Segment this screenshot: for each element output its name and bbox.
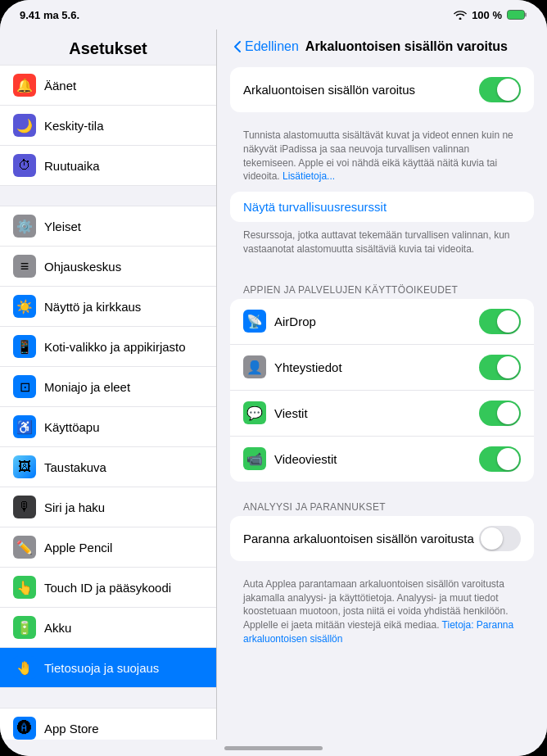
- sidebar-item-label: Tietosuoja ja suojaus: [44, 661, 159, 675]
- battery-text: 100 %: [472, 9, 502, 21]
- sidebar-item-aanet[interactable]: 🔔 Äänet: [0, 65, 216, 106]
- main-toggle-label: Arkaluontoisen sisällön varoitus: [243, 83, 479, 97]
- sidebar-item-label: Siri ja haku: [44, 500, 105, 514]
- videoviestit-row[interactable]: 📹 Videoviestit: [230, 437, 534, 482]
- appstore-icon: 🅐: [13, 717, 36, 740]
- sidebar-item-label: Ohjauskeskus: [44, 260, 121, 274]
- moniajo-icon: ⊡: [13, 375, 36, 398]
- wifi-icon: [454, 10, 467, 20]
- sidebar-item-keskity[interactable]: 🌙 Keskity-tila: [0, 106, 216, 146]
- keskity-icon: 🌙: [13, 114, 36, 137]
- main-toggle[interactable]: [479, 77, 521, 102]
- yhteystiedot-row[interactable]: 👤 Yhteystiedot: [230, 345, 534, 391]
- airdrop-toggle[interactable]: [479, 309, 521, 334]
- sidebar-item-pencil[interactable]: ✏️ Apple Pencil: [0, 527, 216, 568]
- sidebar-item-koti[interactable]: 📱 Koti-valikko ja appikirjasto: [0, 327, 216, 367]
- sidebar-title: Asetukset: [0, 29, 216, 65]
- sidebar-item-label: Keskity-tila: [44, 119, 104, 133]
- sidebar-item-tietosuoja[interactable]: 🤚 Tietosuoja ja suojaus: [0, 648, 216, 688]
- safety-description: Resurssoja, jotka auttavat tekemään turv…: [230, 225, 534, 265]
- touchid-icon: 👆: [13, 576, 36, 599]
- sidebar-item-label: Akku: [44, 621, 71, 635]
- svg-rect-1: [508, 11, 524, 19]
- sidebar-item-label: Moniajo ja eleet: [44, 380, 130, 394]
- status-bar: 9.41 ma 5.6. 100 %: [0, 0, 547, 29]
- toggle-knob: [497, 448, 519, 470]
- sidebar-group-1: 🔔 Äänet 🌙 Keskity-tila ⏱ Ruutuaika: [0, 65, 216, 186]
- sidebar-item-ohjauskeskus[interactable]: ≡ Ohjauskeskus: [0, 247, 216, 287]
- right-header: Edellinen Arkaluontoisen sisällön varoit…: [217, 29, 547, 61]
- pencil-icon: ✏️: [13, 536, 36, 559]
- toggle-knob: [497, 402, 519, 424]
- home-indicator: [0, 740, 547, 756]
- airdrop-label: AirDrop: [274, 315, 316, 328]
- sidebar-item-yleiset[interactable]: ⚙️ Yleiset: [0, 206, 216, 247]
- analysis-toggle-label: Paranna arkaluontoisen sisällön varoitus…: [243, 532, 479, 545]
- sidebar-item-moniajo[interactable]: ⊡ Moniajo ja eleet: [0, 367, 216, 407]
- yhteystiedot-label: Yhteystiedot: [274, 360, 342, 374]
- sidebar-item-siri[interactable]: 🎙 Siri ja haku: [0, 487, 216, 527]
- home-bar: [224, 746, 323, 750]
- sidebar-item-touchid[interactable]: 👆 Touch ID ja pääsykoodi: [0, 568, 216, 608]
- analysis-toggle-row[interactable]: Paranna arkaluontoisen sisällön varoitus…: [230, 516, 534, 561]
- viestit-label: Viestit: [274, 406, 308, 420]
- sidebar-item-label: App Store: [44, 722, 99, 736]
- sidebar-item-label: Koti-valikko ja appikirjasto: [44, 340, 186, 354]
- sidebar-item-label: Käyttöapu: [44, 420, 100, 434]
- toggle-knob: [481, 527, 503, 550]
- analysis-description: Auta Applea parantamaan arkaluontoisen s…: [230, 574, 534, 654]
- aanet-icon: 🔔: [13, 74, 36, 97]
- right-panel: Edellinen Arkaluontoisen sisällön varoit…: [217, 29, 547, 740]
- sidebar-item-label: Näyttö ja kirkkaus: [44, 300, 141, 314]
- sidebar: Asetukset 🔔 Äänet 🌙 Keskity-tila ⏱ Ruutu…: [0, 29, 217, 740]
- toggle-knob: [497, 79, 519, 101]
- safety-resources-link[interactable]: Näytä turvallisuusresurssit: [230, 192, 534, 222]
- viestit-row[interactable]: 💬 Viestit: [230, 391, 534, 437]
- sidebar-item-label: Yleiset: [44, 220, 81, 233]
- sidebar-item-label: Apple Pencil: [44, 541, 112, 555]
- status-right: 100 %: [454, 9, 527, 21]
- ohjauskeskus-icon: ≡: [13, 255, 36, 278]
- main-description: Tunnista alastomuutta sisältävät kuvat j…: [230, 125, 534, 192]
- kayttoapu-icon: ♿: [13, 415, 36, 438]
- apps-toggles-group: 📡 AirDrop 👤 Yhteystiedot: [230, 299, 534, 482]
- analysis-toggle[interactable]: [479, 526, 521, 551]
- ruutuaika-icon: ⏱: [13, 154, 36, 177]
- apps-section-header: APPIEN JA PALVELUJEN KÄYTTÖOIKEUDET: [230, 278, 534, 299]
- videoviestit-icon: 📹: [243, 447, 266, 470]
- airdrop-row[interactable]: 📡 AirDrop: [230, 299, 534, 345]
- naytt-icon: ☀️: [13, 295, 36, 318]
- back-label: Edellinen: [245, 39, 299, 54]
- sidebar-item-appstore[interactable]: 🅐 App Store: [0, 708, 216, 740]
- main-toggle-row[interactable]: Arkaluontoisen sisällön varoitus: [230, 67, 534, 112]
- sidebar-item-label: Äänet: [44, 79, 76, 93]
- taustakuva-icon: 🖼: [13, 455, 36, 478]
- videoviestit-toggle[interactable]: [479, 446, 521, 472]
- yhteystiedot-toggle[interactable]: [479, 355, 521, 380]
- chevron-left-icon: [233, 40, 242, 53]
- toggle-knob: [497, 356, 519, 378]
- right-title: Arkaluontoisen sisällön varoitus: [305, 39, 508, 54]
- airdrop-icon: 📡: [243, 310, 266, 333]
- viestit-toggle[interactable]: [479, 401, 521, 426]
- svg-rect-2: [525, 13, 527, 17]
- sidebar-group-3: 🅐 App Store 💳 Lompakko: [0, 708, 216, 740]
- sidebar-item-taustakuva[interactable]: 🖼 Taustakuva: [0, 447, 216, 487]
- analysis-section-header: ANALYYSI JA PARANNUKSET: [230, 495, 534, 516]
- siri-icon: 🎙: [13, 496, 36, 518]
- tietosuoja-icon: 🤚: [13, 656, 36, 679]
- sidebar-item-label: Ruutuaika: [44, 159, 100, 173]
- sidebar-item-ruutuaika[interactable]: ⏱ Ruutuaika: [0, 146, 216, 186]
- sidebar-item-naytt[interactable]: ☀️ Näyttö ja kirkkaus: [0, 287, 216, 327]
- sidebar-item-kayttoapu[interactable]: ♿ Käyttöapu: [0, 407, 216, 447]
- yhteystiedot2-icon: 👤: [243, 355, 266, 378]
- lisatietoja-link[interactable]: Lisätietoja...: [283, 170, 335, 182]
- sidebar-item-label: Taustakuva: [44, 460, 106, 474]
- sidebar-item-akku[interactable]: 🔋 Akku: [0, 608, 216, 648]
- sidebar-group-2: ⚙️ Yleiset ≡ Ohjauskeskus ☀️ Näyttö ja k…: [0, 206, 216, 688]
- back-button[interactable]: Edellinen: [233, 39, 299, 54]
- yleiset-icon: ⚙️: [13, 215, 36, 238]
- sidebar-item-label: Touch ID ja pääsykoodi: [44, 581, 171, 595]
- main-toggle-group: Arkaluontoisen sisällön varoitus: [230, 67, 534, 112]
- toggle-knob: [497, 310, 519, 333]
